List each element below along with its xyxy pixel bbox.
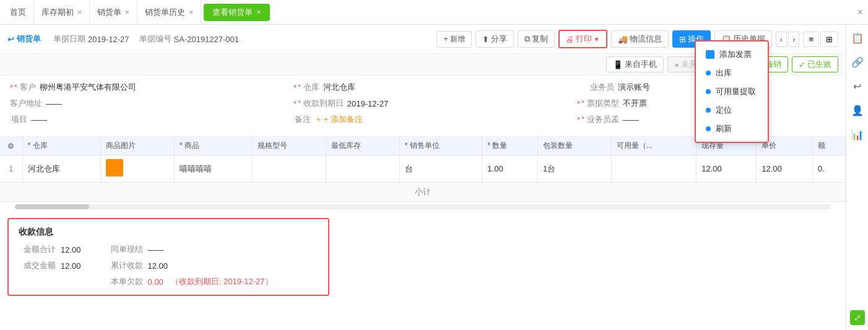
tab-history-close[interactable]: × [189,8,193,17]
scrollbar-thumb[interactable] [15,204,89,209]
operation-icon: ⊞ [679,35,686,44]
tab-sales-close[interactable]: × [125,8,129,17]
tab-sales-label: 销货单 [97,7,121,18]
cell-sales-unit: 台 [399,155,482,183]
view-toggle: ≡ ⊞ [803,32,838,47]
not-open-icon: ● [674,60,679,69]
total-amount-label: 金额合计 [19,244,56,255]
owed-value: 0.00 [148,277,163,287]
expand-icon[interactable]: ⤢ [850,310,865,325]
invoice-required: * [577,99,580,108]
col-settings[interactable]: ⚙ [0,137,22,155]
effect-button[interactable]: ✓ 已生效 [792,56,838,72]
col-amount: 额 [812,137,845,155]
col-quantity: * 数量 [482,137,538,155]
scrollbar-area [0,202,846,212]
right-panel: 📋 🔗 ↩ 👤 📊 ⤢ [846,25,868,330]
address-value: —— [46,99,62,108]
share-button[interactable]: ⬆ 分享 [475,30,514,48]
copy-label: 复制 [532,33,548,45]
tab-sales-order[interactable]: 销货单 × [90,0,137,25]
total-amount-value: 12.00 [61,245,81,254]
warehouse-label: * 仓库 [298,82,319,93]
sales-order-icon: ↩ [7,35,14,44]
employee-value: 演示账号 [618,82,650,93]
col-sales-unit: * 销售单位 [399,137,482,155]
print-label: 打印 [576,33,592,45]
available-qty-icon [706,89,711,94]
col-product: * 商品 [174,137,252,155]
same-order-label: 同单现结 [106,244,143,255]
available-qty-item[interactable]: 可用量提取 [696,82,768,101]
project-field: 项目 —— [10,114,269,125]
transaction-item: 成交金额 12.00 [19,260,81,271]
tab-sales-history[interactable]: 销货单历史 × [137,0,201,25]
owed-item: 本单欠款 0.00 （收款到期日: 2019-12-27） [106,276,273,287]
grid-view-button[interactable]: ⊞ [820,32,838,47]
customer-required: * [10,83,13,92]
share-label: 分享 [491,33,507,45]
payment-col-left: 金额合计 12.00 成交金额 12.00 [19,244,81,287]
cell-spec [252,155,326,183]
window-close-button[interactable]: × [848,7,863,18]
same-order-value: —— [148,245,164,254]
doc-title: ↩ 销货单 [7,33,41,45]
salesperson-field: * * 业务员孟 —— [552,114,836,125]
plus-icon: ＋ [315,114,323,125]
cumulative-label: 累计收款 [106,260,143,271]
cell-available [611,155,696,183]
col-spec: 规格型号 [252,137,326,155]
logistics-icon: 🚚 [618,35,628,44]
outbound-icon [706,71,711,76]
salesperson-value: —— [623,115,639,124]
tab-home[interactable]: 首页 [5,0,34,25]
logistics-button[interactable]: 🚚 物流信息 [611,30,669,48]
payment-required: * [293,99,297,108]
tab-inventory-close[interactable]: × [77,8,82,17]
same-order-item: 同单现结 —— [106,244,273,255]
from-phone-button[interactable]: 📱 来自手机 [606,56,664,72]
print-button[interactable]: 🖨 打印 ▼ [558,30,607,48]
tab-view-sales[interactable]: 查看销货单 × [204,4,270,21]
cell-min-stock [326,155,399,183]
outbound-item[interactable]: 出库 [696,64,768,82]
prev-button[interactable]: ‹ [776,32,787,47]
list-view-button[interactable]: ≡ [803,32,819,47]
add-note-label: + 添加备注 [324,114,363,125]
col-pack-qty: 包装数量 [538,137,612,155]
copy-button[interactable]: ⧉ 复制 [518,30,555,48]
add-invoice-item[interactable]: 添加发票 [696,45,768,64]
panel-icon-4[interactable]: 👤 [849,102,866,119]
doc-meta: 单据日期 2019-12-27 单据编号 SA-20191227-001 [53,33,239,45]
tab-history-label: 销货单历史 [145,7,185,18]
total-amount-item: 金额合计 12.00 [19,244,81,255]
refresh-label: 刷新 [716,123,732,134]
tab-inventory-init[interactable]: 库存期初 × [34,0,90,25]
tab-inventory-label: 库存期初 [41,7,74,18]
invoice-label: * 票据类型 [581,98,619,109]
payment-date-value: 2019-12-27 [347,99,389,108]
next-button[interactable]: › [788,32,799,47]
doc-date-label: 单据日期 [53,33,85,45]
warehouse-field: * * 仓库 河北仓库 [269,82,552,93]
add-button[interactable]: + 新增 [436,31,471,48]
effect-icon: ✓ [799,60,805,69]
copy-icon: ⧉ [524,34,530,44]
panel-icon-5[interactable]: 📊 [849,126,866,143]
refresh-icon [706,126,711,131]
panel-icon-3[interactable]: ↩ [851,78,864,95]
share-icon: ⬆ [482,35,489,44]
refresh-item[interactable]: 刷新 [696,119,768,138]
table-row: 1 河北仓库 嘻嘻嘻嘻 台 1.00 1台 12.00 12.00 [0,155,846,183]
tab-view-sales-close[interactable]: × [256,7,261,17]
cell-product-img [100,155,174,183]
panel-icon-1[interactable]: 📋 [849,30,866,46]
locate-item[interactable]: 定位 [696,101,768,119]
add-note-link[interactable]: ＋ + 添加备注 [315,114,363,125]
payment-col-right: 同单现结 —— 累计收款 12.00 本单欠款 0.00 （收款到期日: 201… [106,244,273,287]
print-icon: 🖨 [566,35,574,44]
scrollbar-track[interactable] [15,204,831,209]
panel-icon-2[interactable]: 🔗 [849,54,866,71]
employee-field: 业务员 演示账号 [552,82,836,93]
warehouse-value: 河北仓库 [323,82,355,93]
